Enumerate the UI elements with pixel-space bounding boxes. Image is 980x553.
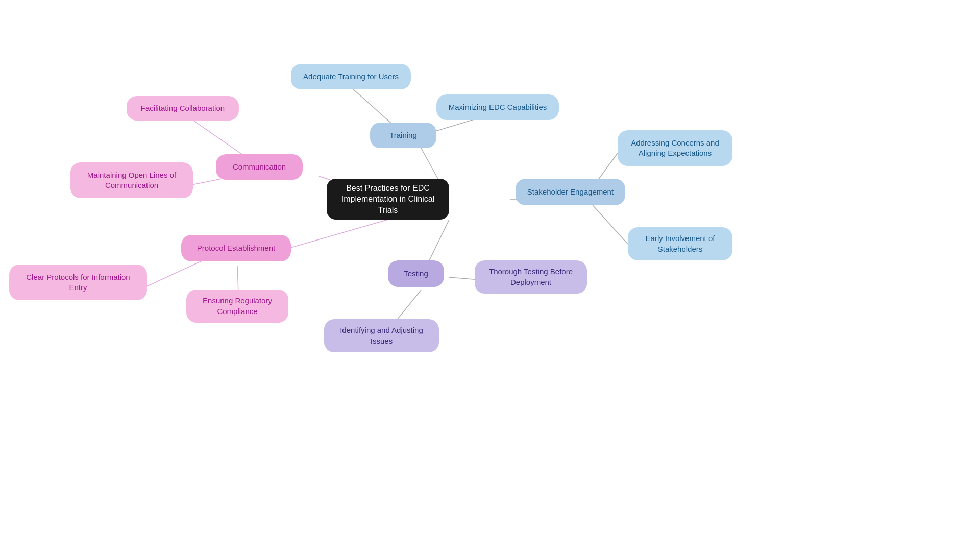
center-node: Best Practices for EDC Implementation in… xyxy=(327,179,449,220)
facilitating-collab-node: Facilitating Collaboration xyxy=(127,96,239,121)
ensuring-regulatory-label: Ensuring Regulatory Compliance xyxy=(195,296,279,317)
identifying-issues-node: Identifying and Adjusting Issues xyxy=(324,319,439,352)
adequate-training-node: Adequate Training for Users xyxy=(291,64,411,89)
ensuring-regulatory-node: Ensuring Regulatory Compliance xyxy=(186,290,288,323)
protocol-node: Protocol Establishment xyxy=(181,235,291,261)
stakeholder-node: Stakeholder Engagement xyxy=(516,179,625,205)
facilitating-collab-label: Facilitating Collaboration xyxy=(141,103,225,113)
clear-protocols-label: Clear Protocols for Information Entry xyxy=(18,272,138,293)
addressing-concerns-label: Addressing Concerns and Aligning Expecta… xyxy=(627,138,723,159)
communication-label: Communication xyxy=(233,162,286,172)
maintaining-open-node: Maintaining Open Lines of Communication xyxy=(70,162,193,198)
svg-line-5 xyxy=(590,202,628,244)
maximizing-edc-label: Maximizing EDC Capabilities xyxy=(449,102,547,112)
stakeholder-label: Stakeholder Engagement xyxy=(527,187,614,197)
training-node: Training xyxy=(370,123,436,148)
center-label: Best Practices for EDC Implementation in… xyxy=(336,183,440,216)
adequate-training-label: Adequate Training for Users xyxy=(303,71,399,82)
communication-node: Communication xyxy=(216,154,303,180)
thorough-testing-label: Thorough Testing Before Deployment xyxy=(484,267,578,287)
maintaining-open-label: Maintaining Open Lines of Communication xyxy=(80,170,184,191)
addressing-concerns-node: Addressing Concerns and Aligning Expecta… xyxy=(618,130,732,166)
training-label: Training xyxy=(389,130,417,140)
identifying-issues-label: Identifying and Adjusting Issues xyxy=(333,325,430,346)
early-involvement-node: Early Involvement of Stakeholders xyxy=(628,227,732,260)
maximizing-edc-node: Maximizing EDC Capabilities xyxy=(436,94,559,120)
early-involvement-label: Early Involvement of Stakeholders xyxy=(637,233,723,254)
clear-protocols-node: Clear Protocols for Information Entry xyxy=(9,265,147,300)
testing-label: Testing xyxy=(404,269,428,279)
protocol-label: Protocol Establishment xyxy=(197,243,275,253)
thorough-testing-node: Thorough Testing Before Deployment xyxy=(475,260,587,294)
testing-node: Testing xyxy=(388,260,444,287)
